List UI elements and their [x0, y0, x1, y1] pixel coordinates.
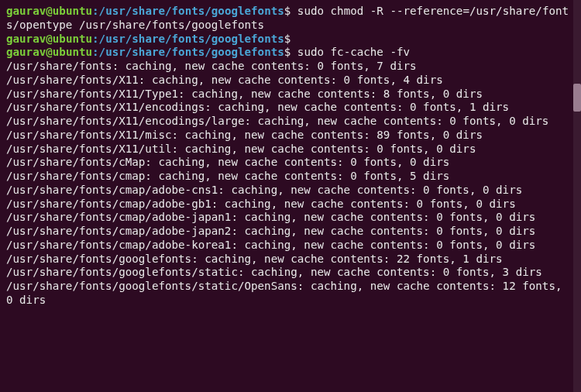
prompt-user: gaurav	[6, 46, 46, 58]
prompt-at: @	[46, 46, 53, 58]
output-line: /usr/share/fonts/cmap/adobe-japan2: cach…	[6, 225, 535, 237]
command-2: sudo fc-cache -fv	[290, 46, 410, 58]
prompt-at: @	[46, 5, 53, 17]
prompt-host: ubuntu	[53, 5, 92, 17]
output-line: /usr/share/fonts/cMap: caching, new cach…	[6, 156, 449, 168]
output-line: /usr/share/fonts/cmap/adobe-japan1: cach…	[6, 211, 535, 223]
prompt-at: @	[46, 33, 53, 45]
output-line: /usr/share/fonts/cmap/adobe-cns1: cachin…	[6, 184, 522, 196]
prompt-path: /usr/share/fonts/googlefonts	[99, 5, 284, 17]
output-line: /usr/share/fonts/X11/misc: caching, new …	[6, 129, 483, 141]
prompt-host: ubuntu	[53, 33, 92, 45]
output-line: /usr/share/fonts/X11/Type1: caching, new…	[6, 88, 483, 100]
output-line: /usr/share/fonts/X11/encodings: caching,…	[6, 101, 509, 113]
prompt-user: gaurav	[6, 5, 46, 17]
output-line: /usr/share/fonts/googlefonts: caching, n…	[6, 253, 503, 265]
output-line: /usr/share/fonts/X11/util: caching, new …	[6, 143, 476, 155]
output-line: /usr/share/fonts/X11: caching, new cache…	[6, 74, 443, 86]
output-line: /usr/share/fonts/googlefonts/static: cac…	[6, 266, 542, 278]
output-line: /usr/share/fonts/X11/encodings/large: ca…	[6, 115, 548, 127]
output-line: /usr/share/fonts/googlefonts/static/Open…	[6, 280, 569, 306]
prompt-colon: :	[92, 33, 99, 45]
prompt-colon: :	[92, 5, 99, 17]
prompt-host: ubuntu	[53, 46, 92, 58]
prompt-colon: :	[92, 46, 99, 58]
terminal-output[interactable]: gaurav@ubuntu:/usr/share/fonts/googlefon…	[6, 5, 575, 308]
scrollbar-thumb[interactable]	[573, 84, 581, 112]
prompt-user: gaurav	[6, 33, 46, 45]
scrollbar-track[interactable]	[573, 0, 581, 392]
prompt-path: /usr/share/fonts/googlefonts	[99, 33, 284, 45]
output-line: /usr/share/fonts/cmap/adobe-korea1: cach…	[6, 239, 535, 251]
output-line: /usr/share/fonts/cmap: caching, new cach…	[6, 170, 449, 182]
output-line: /usr/share/fonts/cmap/adobe-gb1: caching…	[6, 198, 516, 210]
prompt-dollar: $	[284, 33, 291, 45]
prompt-path: /usr/share/fonts/googlefonts	[99, 46, 284, 58]
output-line: /usr/share/fonts: caching, new cache con…	[6, 60, 417, 72]
